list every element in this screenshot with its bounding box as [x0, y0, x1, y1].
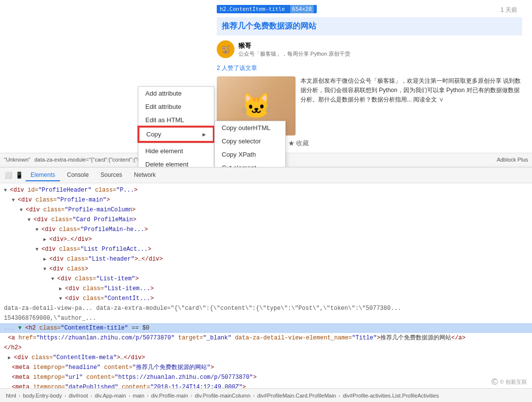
- dom-line: <div class="List-item...>: [0, 284, 532, 294]
- breadcrumb-maincolumn[interactable]: div.Profile-mainColumn: [193, 392, 252, 400]
- dom-line: <div class="Profile-main">: [0, 195, 532, 205]
- dom-line: <div class="ContentItem-meta">…</div>: [0, 353, 532, 363]
- tab-sources[interactable]: Sources: [96, 169, 127, 181]
- dom-line: <meta itemprop="url" content="https://zh…: [0, 372, 532, 382]
- collect-action[interactable]: ★ 收藏: [288, 139, 309, 148]
- devtools-toolbar: ⬜ 📱 Elements Console Sources Network: [0, 168, 532, 183]
- edit-as-html-menu-item[interactable]: Edit as HTML: [138, 113, 214, 127]
- tab-network[interactable]: Network: [129, 169, 161, 181]
- copy-outerhtml-menu-item[interactable]: Copy outerHTML: [215, 121, 285, 134]
- edit-attribute-menu-item[interactable]: Edit attribute: [138, 100, 214, 113]
- context-menu-main: Add attribute Edit attribute Edit as HTM…: [138, 86, 214, 168]
- dom-line-highlighted: ... ▼ <h2 class="ContentItem-title" == $…: [0, 323, 532, 333]
- author-info: 猴哥 公众号「极客猿」，每周分享 Python 原创干货: [238, 41, 350, 58]
- delete-element-menu-item[interactable]: Delete element: [138, 158, 214, 168]
- author-section: 🐒 猴哥 公众号「极客猿」，每周分享 Python 原创干货: [217, 40, 350, 58]
- copy-xpath-menu-item[interactable]: Copy XPath: [215, 148, 285, 161]
- breadcrumb-main[interactable]: main: [131, 392, 146, 400]
- element-badge: h2.ContentItem-title 654×28: [217, 5, 317, 13]
- tab-console[interactable]: Console: [62, 169, 94, 181]
- dom-line: <a href="https://zhuanlan.zhihu.com/p/50…: [0, 333, 532, 343]
- dom-line: <div class="ContentIt...>: [0, 294, 532, 303]
- article-body: 本文原创发布于微信公众号「极客猿」，欢迎关注第一时间获取更多原创分享 说到数据分…: [300, 76, 522, 105]
- browser-content: h2.ContentItem-title 654×28 1 天前 推荐几个免费数…: [0, 0, 532, 168]
- dom-line: <div class="List-header">…</div>: [0, 254, 532, 264]
- add-attribute-menu-item[interactable]: Add attribute: [138, 87, 214, 100]
- dom-line: <div class="Profile-mainColumn>: [0, 205, 532, 215]
- dom-tree: <div id="ProfileHeader" class="P...> <di…: [0, 183, 532, 388]
- copy-menu-item[interactable]: Copy: [138, 127, 214, 142]
- article-title: 推荐几个免费数据源的网站: [217, 17, 522, 35]
- readers-count: 2 人赞了该文章: [217, 64, 257, 72]
- watermark: © © 创新互联: [492, 377, 527, 387]
- breadcrumb-html[interactable]: html: [4, 392, 18, 400]
- dom-line: <meta itemprop="headline" content="推荐几个免…: [0, 363, 532, 372]
- dom-line: </h2>: [0, 343, 532, 353]
- dom-line: <div class="List ProfileAct...>: [0, 244, 532, 254]
- hide-element-menu-item[interactable]: Hide element: [138, 144, 214, 158]
- dom-line: <div class="List-item">: [0, 274, 532, 284]
- dom-line: <div id="ProfileHeader" class="P...>: [0, 185, 532, 195]
- dom-line: data-za-detail-view-pa... data-za-extra-…: [0, 303, 532, 313]
- dom-line: 1543068769000,\"author_...: [0, 313, 532, 323]
- dom-line: <div class>: [0, 264, 532, 274]
- inspect-icon[interactable]: ⬜: [4, 171, 13, 180]
- breadcrumb-profilemain[interactable]: div.Profile-main: [149, 392, 190, 400]
- cut-element-menu-item[interactable]: Cut element: [215, 161, 285, 168]
- breadcrumb-body[interactable]: body.Entry-body: [21, 392, 64, 400]
- device-icon[interactable]: 📱: [15, 171, 24, 180]
- author-avatar: 🐒: [217, 40, 234, 58]
- dom-line: <div class="Card ProfileMain>: [0, 215, 532, 225]
- breadcrumb-appmain[interactable]: div.App-main: [93, 392, 128, 400]
- copy-selector-menu-item[interactable]: Copy selector: [215, 134, 285, 148]
- time-badge: 1 天前: [500, 6, 517, 14]
- devtools-panel: ⬜ 📱 Elements Console Sources Network <di…: [0, 168, 532, 402]
- context-menu-sub: Copy outerHTML Copy selector Copy XPath …: [214, 121, 286, 168]
- dom-line: <div class="ProfileMain-he...>: [0, 225, 532, 234]
- breadcrumb-root[interactable]: div#root: [66, 392, 90, 400]
- dom-line: <div>…</div>: [0, 234, 532, 244]
- breadcrumb-card[interactable]: div#ProfileMain.Card.ProfileMain: [255, 392, 338, 400]
- breadcrumb-activities[interactable]: div#Profile-activities.List.ProfileActiv…: [341, 392, 441, 400]
- devtools-breadcrumb: html › body.Entry-body › div#root › div.…: [0, 388, 532, 402]
- author-name: 猴哥: [238, 41, 350, 50]
- dom-line: <meta itemprop="datePublished" content="…: [0, 382, 532, 388]
- author-sub: 公众号「极客猿」，每周分享 Python 原创干货: [238, 50, 350, 58]
- tab-elements[interactable]: Elements: [26, 169, 60, 181]
